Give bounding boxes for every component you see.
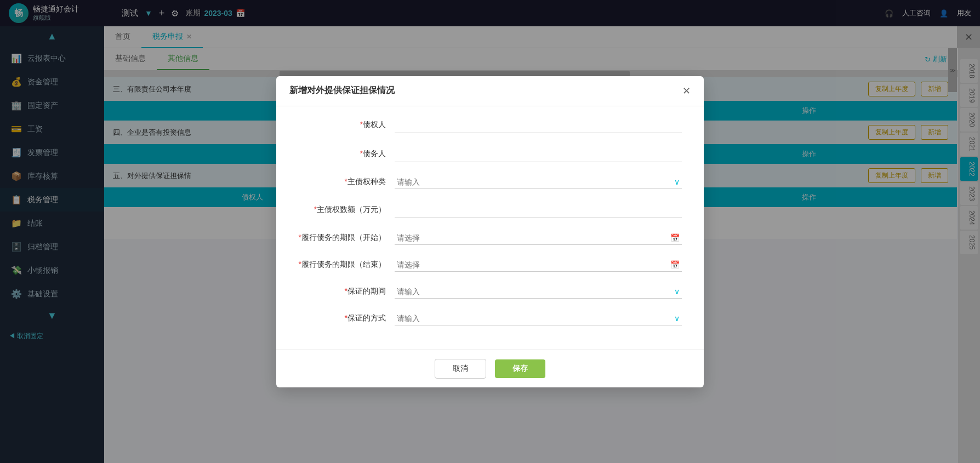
modal-title: 新增对外提供保证担保情况 <box>289 85 395 96</box>
modal-body: *债权人 *债务人 *主债权种类 ∨ <box>276 106 704 350</box>
claim-amount-required: * <box>314 205 317 214</box>
period-end-calendar-icon[interactable]: 📅 <box>670 260 680 269</box>
claim-amount-input[interactable] <box>395 202 682 218</box>
modal-overlay: 新增对外提供保证担保情况 ✕ *债权人 *债务人 * <box>0 0 980 463</box>
cancel-button[interactable]: 取消 <box>435 359 486 379</box>
guarantee-period-select-wrapper[interactable]: ∨ <box>395 285 682 299</box>
debtor-input[interactable] <box>395 146 682 162</box>
guarantee-method-input[interactable] <box>397 314 674 323</box>
debtor-required: * <box>360 149 363 158</box>
creditor-label: *债权人 <box>298 120 386 130</box>
guarantee-period-input[interactable] <box>397 287 674 296</box>
period-end-input[interactable] <box>397 260 670 269</box>
form-row-claim-type: *主债权种类 ∨ <box>298 175 682 189</box>
claim-type-input[interactable] <box>397 178 674 186</box>
period-start-label: *履行债务的期限（开始） <box>298 233 386 243</box>
period-end-date-wrapper[interactable]: 📅 <box>395 258 682 272</box>
claim-type-select-wrapper[interactable]: ∨ <box>395 175 682 189</box>
period-start-date-wrapper[interactable]: 📅 <box>395 231 682 245</box>
period-end-required: * <box>299 260 301 268</box>
modal-footer: 取消 保存 <box>276 350 704 387</box>
creditor-required: * <box>360 120 363 129</box>
guarantee-period-label: *保证的期间 <box>298 287 386 296</box>
creditor-input[interactable] <box>395 117 682 133</box>
modal-header: 新增对外提供保证担保情况 ✕ <box>276 76 704 106</box>
claim-type-arrow: ∨ <box>674 178 680 186</box>
period-start-input[interactable] <box>397 233 670 242</box>
form-row-claim-amount: *主债权数额（万元） <box>298 202 682 218</box>
claim-type-label: *主债权种类 <box>298 177 386 187</box>
save-button[interactable]: 保存 <box>495 359 545 378</box>
guarantee-method-label: *保证的方式 <box>298 313 386 323</box>
guarantee-method-required: * <box>345 313 347 322</box>
form-row-period-end: *履行债务的期限（结束） 📅 <box>298 258 682 272</box>
guarantee-method-arrow: ∨ <box>674 314 680 323</box>
debtor-label: *债务人 <box>298 149 386 159</box>
form-row-guarantee-period: *保证的期间 ∨ <box>298 285 682 299</box>
claim-type-required: * <box>345 177 347 186</box>
period-start-calendar-icon[interactable]: 📅 <box>670 233 680 242</box>
modal-close-button[interactable]: ✕ <box>682 85 691 97</box>
form-row-debtor: *债务人 <box>298 146 682 162</box>
guarantee-period-required: * <box>345 287 347 295</box>
form-row-creditor: *债权人 <box>298 117 682 133</box>
form-row-guarantee-method: *保证的方式 ∨ <box>298 312 682 325</box>
claim-amount-label: *主债权数额（万元） <box>298 205 386 215</box>
period-start-required: * <box>299 233 301 242</box>
form-row-period-start: *履行债务的期限（开始） 📅 <box>298 231 682 245</box>
period-end-label: *履行债务的期限（结束） <box>298 260 386 270</box>
guarantee-period-arrow: ∨ <box>674 287 680 296</box>
guarantee-method-select-wrapper[interactable]: ∨ <box>395 312 682 325</box>
modal: 新增对外提供保证担保情况 ✕ *债权人 *债务人 * <box>276 76 704 387</box>
